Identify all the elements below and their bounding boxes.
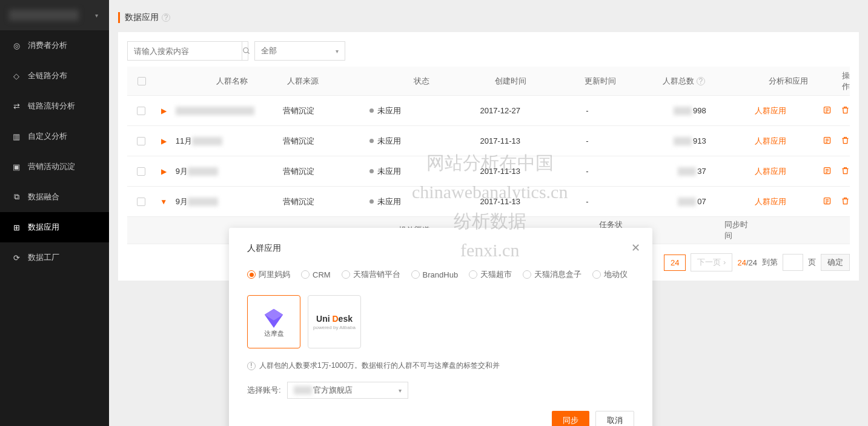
cell-analysis: 人群应用 <box>718 105 823 116</box>
edit-icon[interactable] <box>823 136 832 147</box>
svg-line-1 <box>248 52 250 54</box>
apply-link[interactable]: 人群应用 <box>755 136 786 147</box>
radio-icon <box>411 270 420 279</box>
apply-link[interactable]: 人群应用 <box>755 196 786 207</box>
sidebar: ▾ ◎消费者分析◇全链路分布⇄链路流转分析▥自定义分析▣营销活动沉淀⧉数据融合⊞… <box>0 0 109 426</box>
row-checkbox[interactable] <box>137 107 145 115</box>
radio-option-1[interactable]: CRM <box>301 269 331 280</box>
info-icon: ! <box>247 362 256 370</box>
delete-icon[interactable] <box>841 196 850 207</box>
edit-icon[interactable] <box>823 166 832 177</box>
sidebar-item-5[interactable]: ⧉数据融合 <box>0 182 109 212</box>
cell-analysis: 人群应用 <box>718 166 823 177</box>
sidebar-item-1[interactable]: ◇全链路分布 <box>0 61 109 91</box>
expand-icon[interactable]: ▶ <box>161 167 167 176</box>
cell-status: 未应用 <box>369 136 457 147</box>
header-analysis: 分析和应用 <box>735 76 842 87</box>
radio-label: 天猫超市 <box>480 269 512 280</box>
page-title: 数据应用 ? <box>125 12 170 23</box>
toolbar: 全部 ▾ <box>127 41 850 61</box>
page-jump-input[interactable] <box>783 254 803 271</box>
select-all-checkbox[interactable] <box>137 77 146 85</box>
sidebar-item-3[interactable]: ▥自定义分析 <box>0 121 109 151</box>
sidebar-item-6[interactable]: ⊞数据应用 <box>0 212 109 242</box>
radio-option-0[interactable]: 阿里妈妈 <box>247 269 290 280</box>
table-row: ▶ 9月 营销沉淀 未应用 2017-11-13 - 37 人群应用 <box>127 156 850 187</box>
header-ctime: 创建时间 <box>466 76 555 87</box>
sidebar-item-label: 数据应用 <box>28 222 59 233</box>
radio-icon <box>301 270 310 279</box>
delete-icon[interactable] <box>841 105 850 116</box>
app-card-unidesk[interactable]: Uni Desk powered by Alibaba <box>308 295 361 348</box>
sidebar-item-7[interactable]: ⟳数据工厂 <box>0 242 109 273</box>
radio-label: BrandHub <box>423 270 459 279</box>
sidebar-header[interactable]: ▾ <box>0 0 109 30</box>
title-accent <box>118 12 120 23</box>
cell-ctime: 2017-11-13 <box>457 197 544 206</box>
row-checkbox[interactable] <box>137 167 145 176</box>
cell-source: 营销沉淀 <box>283 196 370 207</box>
search-button[interactable] <box>242 42 251 60</box>
expand-icon[interactable]: ▶ <box>161 137 167 145</box>
row-checkbox[interactable] <box>137 198 145 206</box>
radio-option-5[interactable]: 天猫消息盒子 <box>523 269 581 280</box>
radio-icon <box>592 270 601 279</box>
table-row: ▶ 营销沉淀 未应用 2017-12-27 - 998 人群应用 <box>127 96 850 126</box>
help-icon[interactable]: ? <box>162 13 170 22</box>
edit-icon[interactable] <box>823 196 832 207</box>
cell-status: 未应用 <box>369 105 457 116</box>
cell-analysis: 人群应用 <box>718 196 823 207</box>
svg-point-0 <box>244 48 248 53</box>
close-icon[interactable]: ✕ <box>631 241 640 255</box>
delete-icon[interactable] <box>841 166 850 177</box>
radio-option-4[interactable]: 天猫超市 <box>469 269 512 280</box>
search-input[interactable] <box>128 42 242 60</box>
sidebar-item-0[interactable]: ◎消费者分析 <box>0 30 109 61</box>
radio-option-3[interactable]: BrandHub <box>411 269 459 280</box>
sidebar-item-2[interactable]: ⇄链路流转分析 <box>0 91 109 121</box>
nav-icon: ▥ <box>12 132 21 141</box>
account-select[interactable]: 官方旗舰店 ▾ <box>287 382 408 399</box>
app-card-damopan[interactable]: 达摩盘 <box>247 295 300 348</box>
edit-icon[interactable] <box>823 105 832 116</box>
row-checkbox[interactable] <box>137 137 145 145</box>
nav-icon: ▣ <box>12 162 21 171</box>
unidesk-logo: Uni Desk <box>316 314 353 324</box>
next-page-button[interactable]: 下一页 › <box>691 253 732 271</box>
filter-select[interactable]: 全部 ▾ <box>254 41 345 61</box>
cell-count: 37 <box>631 167 718 176</box>
cell-ctime: 2017-12-27 <box>457 106 544 115</box>
cell-status: 未应用 <box>369 196 457 207</box>
sidebar-item-label: 营销活动沉淀 <box>28 161 75 172</box>
subheader-sync-time: 同步时间 <box>724 219 753 241</box>
delete-icon[interactable] <box>841 136 850 147</box>
help-icon[interactable]: ? <box>697 77 705 85</box>
page-jump-confirm[interactable]: 确定 <box>821 254 850 271</box>
sync-button[interactable]: 同步 <box>552 411 589 426</box>
radio-label: 天猫营销平台 <box>353 269 400 280</box>
chevron-down-icon: ▾ <box>95 12 98 19</box>
apply-link[interactable]: 人群应用 <box>755 166 786 177</box>
header-utime: 更新时间 <box>555 76 645 87</box>
page-current[interactable]: 24 <box>664 255 686 271</box>
apply-modal: 人群应用 ✕ 阿里妈妈CRM天猫营销平台BrandHub天猫超市天猫消息盒子地动… <box>229 228 652 426</box>
radio-option-2[interactable]: 天猫营销平台 <box>342 269 400 280</box>
sidebar-item-4[interactable]: ▣营销活动沉淀 <box>0 151 109 182</box>
sidebar-item-label: 链路流转分析 <box>28 101 75 111</box>
jump-prefix: 到第 <box>762 257 778 268</box>
radio-label: 地动仪 <box>604 269 628 280</box>
channel-radio-group: 阿里妈妈CRM天猫营销平台BrandHub天猫超市天猫消息盒子地动仪 <box>247 269 634 280</box>
header-status: 状态 <box>377 76 466 87</box>
nav-icon: ◇ <box>12 72 21 80</box>
radio-icon <box>469 270 477 279</box>
cancel-button[interactable]: 取消 <box>595 411 634 426</box>
sidebar-item-label: 数据融合 <box>28 191 59 202</box>
chevron-down-icon: ▾ <box>336 48 339 55</box>
expand-icon[interactable]: ▶ <box>161 107 167 115</box>
radio-option-6[interactable]: 地动仪 <box>592 269 628 280</box>
apply-link[interactable]: 人群应用 <box>755 105 786 116</box>
cell-count: 998 <box>631 106 718 115</box>
expand-icon[interactable]: ▼ <box>160 198 167 206</box>
cell-count: 07 <box>631 197 718 206</box>
radio-icon <box>247 270 256 279</box>
